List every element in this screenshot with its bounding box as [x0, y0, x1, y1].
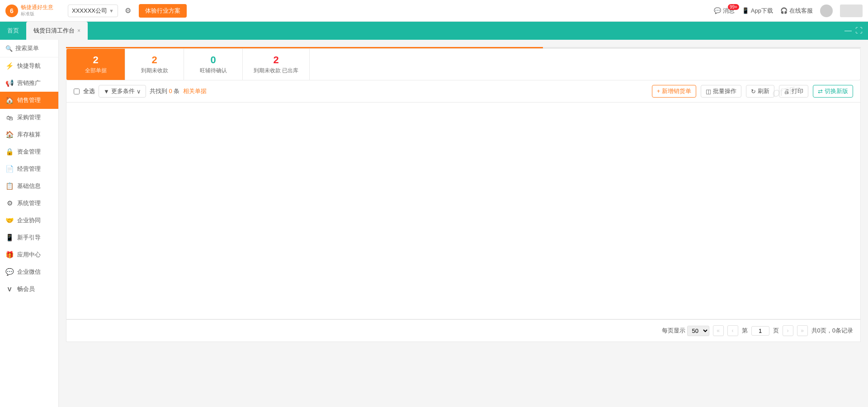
app-center-label: 应用中心 [17, 251, 41, 259]
sidebar-item-guide[interactable]: 📱 新手引导 [0, 229, 58, 246]
quick-nav-label: 快捷导航 [17, 62, 41, 70]
marketing-icon: 📢 [5, 79, 14, 87]
stat-num-all: 2 [77, 54, 114, 66]
stat-label-overdue: 到期未收款 [136, 67, 173, 75]
sidebar-item-app-center[interactable]: 🎁 应用中心 [0, 246, 58, 263]
company-arrow-icon: ▼ [109, 8, 114, 14]
per-page-dropdown[interactable]: 50 [687, 326, 709, 336]
filter-label: 更多条件 [111, 87, 135, 95]
toolbar-left: 全选 ▼ 更多条件 ∨ 共找到 0 条 相关单据 [74, 85, 207, 98]
switch-version-button[interactable]: ⇄ 切换新版 [813, 85, 853, 98]
sidebar-item-operations[interactable]: 📄 经营管理 [0, 160, 58, 178]
tab-workbench-close-icon[interactable]: × [77, 28, 80, 34]
page-number-input[interactable] [751, 326, 769, 336]
logo-name: 畅捷通好生意 [21, 4, 53, 11]
stat-num-pending: 0 [195, 54, 231, 66]
found-count: 0 [169, 88, 172, 94]
username-area[interactable] [840, 5, 863, 17]
logo-area: 6 畅捷通好生意 标准版 [5, 4, 64, 18]
sidebar-item-vip[interactable]: V 畅会员 [0, 281, 58, 298]
toolbar-right: + 新增销货单 ◫ 批量操作 ↻ 刷新 🖨 打印 ⇄ 切换新版 [652, 85, 853, 98]
sidebar-item-system[interactable]: ⚙ 系统管理 [0, 195, 58, 212]
tab-minimize-icon[interactable]: — [844, 27, 852, 35]
stats-tabs: 2 全部单据 2 到期未收款 0 旺辅待确认 2 到期未收款 已出库 [66, 48, 861, 80]
tab-bar: 首页 钱货日清工作台 × — ⛶ [0, 22, 868, 40]
sidebar-item-finance[interactable]: 🔒 资金管理 [0, 143, 58, 160]
stat-label-pending: 旺辅待确认 [195, 67, 231, 75]
stat-tab-all[interactable]: 2 全部单据 [66, 49, 125, 80]
stat-label-overdue-shipped: 到期未收款 已出库 [254, 67, 298, 75]
last-page-button[interactable]: » [797, 325, 808, 336]
stat-tab-overdue[interactable]: 2 到期未收款 [125, 49, 184, 80]
stat-tab-pending[interactable]: 0 旺辅待确认 [184, 49, 243, 80]
header-right: 💬 消息 99+ 📱 App下载 🎧 在线客服 [714, 5, 863, 17]
tab-workbench[interactable]: 钱货日清工作台 × [26, 22, 88, 40]
first-page-button[interactable]: « [713, 325, 724, 336]
next-page-button[interactable]: › [783, 325, 793, 336]
collab-icon: 🤝 [5, 216, 14, 225]
filter-dropdown-icon: ∨ [137, 88, 141, 95]
stat-num-overdue: 2 [136, 54, 173, 66]
new-sale-button[interactable]: + 新增销货单 [652, 85, 696, 98]
stat-tab-overdue-shipped[interactable]: 2 到期未收款 已出库 [243, 49, 310, 80]
tab-maximize-icon[interactable]: ⛶ [855, 27, 863, 35]
collab-label: 企业协同 [17, 216, 41, 225]
basic-info-label: 基础信息 [17, 182, 41, 190]
refresh-button[interactable]: ↻ 刷新 [746, 85, 774, 98]
messages-item[interactable]: 💬 消息 99+ [714, 7, 735, 15]
toolbar: 全选 ▼ 更多条件 ∨ 共找到 0 条 相关单据 + 新增销货单 ◫ 批量操作 … [66, 80, 861, 103]
sales-icon: 🏠 [5, 96, 14, 104]
settings-icon[interactable]: ⚙ [122, 5, 134, 17]
tab-home-label: 首页 [7, 27, 19, 35]
company-selector[interactable]: XXXXXX公司 ▼ [68, 5, 118, 17]
sidebar-item-purchase[interactable]: 🛍 采购管理 [0, 109, 58, 126]
app-download-label: App下载 [751, 7, 773, 15]
filter-button[interactable]: ▼ 更多条件 ∨ [99, 85, 146, 98]
basic-info-icon: 📋 [5, 182, 14, 190]
print-button[interactable]: 🖨 打印 [779, 85, 808, 98]
tab-workbench-label: 钱货日清工作台 [33, 27, 75, 35]
online-service-item[interactable]: 🎧 在线客服 [780, 7, 813, 15]
per-page-label: 每页显示 [662, 327, 685, 335]
vip-label: 畅会员 [17, 285, 35, 293]
app-download-item[interactable]: 📱 App下载 [742, 7, 773, 15]
tab-home[interactable]: 首页 [0, 22, 26, 40]
sidebar-item-marketing[interactable]: 📢 营销推广 [0, 75, 58, 92]
marketing-label: 营销推广 [17, 79, 41, 87]
related-records-link[interactable]: 相关单据 [183, 87, 207, 95]
prev-page-button[interactable]: ‹ [727, 325, 738, 336]
wecom-icon: 💬 [5, 268, 14, 276]
sidebar-item-inventory[interactable]: 🏠 库存核算 [0, 126, 58, 143]
filter-icon: ▼ [104, 88, 109, 95]
switch-label: 切换新版 [825, 87, 848, 95]
purchase-label: 采购管理 [17, 113, 41, 122]
switch-icon: ⇄ [818, 88, 823, 95]
system-icon: ⚙ [5, 199, 14, 207]
experience-button[interactable]: 体验行业方案 [139, 4, 187, 18]
sales-label: 销售管理 [17, 96, 41, 104]
sidebar-item-collab[interactable]: 🤝 企业协同 [0, 212, 58, 229]
page-suffix: 页 [773, 327, 779, 335]
operations-icon: 📄 [5, 165, 14, 173]
inventory-icon: 🏠 [5, 131, 14, 139]
sidebar-search[interactable]: 🔍 搜索菜单 [0, 40, 58, 57]
pagination: 每页显示 50 « ‹ 第 页 › » 共0页，0条记录 [66, 319, 861, 342]
print-label: 打印 [792, 87, 803, 95]
logo-text-wrap: 畅捷通好生意 标准版 [21, 4, 53, 18]
sidebar-item-sales[interactable]: 🏠 销售管理 [0, 92, 58, 109]
stats-wrapper: 2 全部单据 2 到期未收款 0 旺辅待确认 2 到期未收款 已出库 [66, 47, 861, 80]
page-size-select: 每页显示 50 [662, 326, 709, 336]
select-all-checkbox[interactable] [74, 89, 80, 94]
quick-nav-icon: ⚡ [5, 62, 14, 70]
sidebar-item-quick-nav[interactable]: ⚡ 快捷导航 [0, 57, 58, 75]
online-service-icon: 🎧 [780, 7, 788, 14]
system-label: 系统管理 [17, 199, 41, 207]
found-unit: 条 [174, 88, 179, 94]
batch-operation-button[interactable]: ◫ 批量操作 [701, 85, 741, 98]
stat-label-all: 全部单据 [77, 67, 114, 75]
sidebar-item-basic-info[interactable]: 📋 基础信息 [0, 178, 58, 195]
sidebar-item-wecom[interactable]: 💬 企业微信 [0, 263, 58, 281]
vip-icon: V [5, 285, 14, 293]
table-area [66, 103, 861, 319]
avatar[interactable] [820, 5, 833, 17]
